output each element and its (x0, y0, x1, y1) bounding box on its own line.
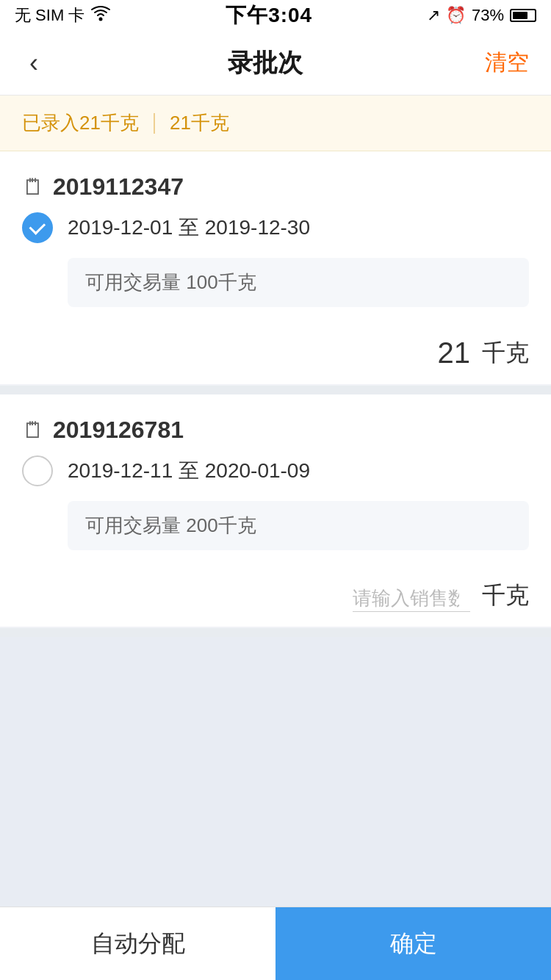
batch2-date: 2019-12-11 至 2020-01-09 (68, 457, 310, 485)
status-right: ↗ ⏰ 73% (427, 6, 536, 25)
nav-bar: ‹ 录批次 清空 (0, 31, 551, 96)
batch2-item: 🗒 2019126781 2019-12-11 至 2020-01-09 可用交… (0, 394, 551, 572)
batch1-input-row: 21 千克 (0, 329, 551, 384)
batch2-radio[interactable] (22, 455, 53, 486)
page-content: 已录入21千克 21千克 🗒 2019112347 2019-12-01 至 2… (0, 96, 551, 960)
banner-divider (154, 113, 155, 134)
carrier-text: 无 SIM 卡 (15, 4, 84, 26)
batch1-card: 🗒 2019112347 2019-12-01 至 2019-12-30 可用交… (0, 151, 551, 384)
batch1-available-box: 可用交易量 100千克 (68, 258, 529, 307)
batch1-date-row: 2019-12-01 至 2019-12-30 (22, 212, 529, 243)
location-icon: ↗ (427, 6, 440, 25)
batch2-number: 2019126781 (53, 417, 184, 444)
page-title: 录批次 (228, 46, 303, 80)
battery-icon (510, 9, 536, 22)
batch2-input-row: 千克 (0, 572, 551, 627)
batch2-quantity-input[interactable] (353, 580, 470, 612)
batch1-quantity-value: 21 (438, 336, 471, 370)
section-divider-2 (0, 628, 551, 637)
status-left: 无 SIM 卡 (15, 4, 111, 26)
alarm-icon: ⏰ (446, 6, 466, 25)
batch2-icon: 🗒 (22, 418, 44, 443)
confirm-button[interactable]: 确定 (276, 907, 551, 980)
batch1-item: 🗒 2019112347 2019-12-01 至 2019-12-30 可用交… (0, 151, 551, 329)
recorded-info: 已录入21千克 (22, 110, 139, 136)
section-divider (0, 386, 551, 394)
batch1-radio[interactable] (22, 212, 53, 243)
back-button[interactable]: ‹ (22, 40, 46, 86)
batch2-unit: 千克 (482, 580, 529, 612)
batch2-available-text: 可用交易量 200千克 (85, 514, 256, 536)
batch1-number: 2019112347 (53, 173, 184, 201)
batch1-date: 2019-12-01 至 2019-12-30 (68, 214, 310, 242)
batch1-available-text: 可用交易量 100千克 (85, 271, 256, 293)
status-bar: 无 SIM 卡 下午3:04 ↗ ⏰ 73% (0, 0, 551, 31)
info-banner: 已录入21千克 21千克 (0, 96, 551, 151)
auto-distribute-button[interactable]: 自动分配 (0, 907, 276, 980)
batch1-header: 🗒 2019112347 (22, 173, 529, 201)
battery-percent: 73% (472, 6, 504, 25)
wifi-icon (90, 5, 111, 26)
batch1-icon: 🗒 (22, 175, 44, 200)
total-info: 21千克 (170, 110, 229, 136)
batch1-unit: 千克 (482, 337, 529, 370)
time-display: 下午3:04 (226, 1, 312, 29)
batch2-header: 🗒 2019126781 (22, 417, 529, 444)
bottom-bar: 自动分配 确定 (0, 907, 551, 980)
batch2-card: 🗒 2019126781 2019-12-11 至 2020-01-09 可用交… (0, 394, 551, 627)
batch2-available-box: 可用交易量 200千克 (68, 501, 529, 550)
svg-point-0 (99, 18, 103, 21)
clear-button[interactable]: 清空 (485, 48, 529, 78)
batch2-date-row: 2019-12-11 至 2020-01-09 (22, 455, 529, 486)
